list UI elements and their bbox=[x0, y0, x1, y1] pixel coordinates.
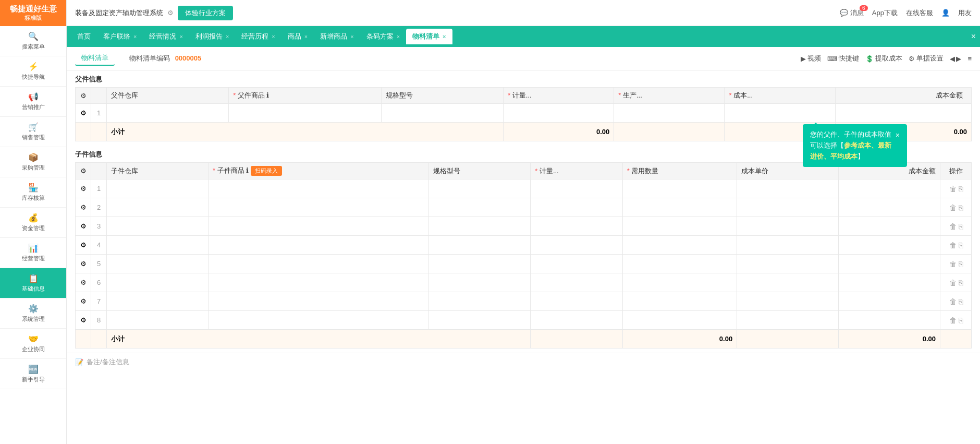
child-qty-cell[interactable] bbox=[622, 179, 737, 198]
delete-icon[interactable]: 🗑 bbox=[949, 222, 957, 231]
child-unitcost-cell[interactable] bbox=[737, 236, 839, 255]
prev-arrow[interactable]: ◀ bbox=[950, 55, 955, 63]
child-unit-cell[interactable] bbox=[531, 311, 623, 330]
sidebar-item-purchase[interactable]: 📦 采购管理 bbox=[0, 147, 66, 177]
sidebar-item-sales[interactable]: 🛒 销售管理 bbox=[0, 117, 66, 147]
child-row-settings[interactable]: ⚙ bbox=[76, 179, 91, 198]
child-warehouse-cell[interactable] bbox=[107, 292, 209, 311]
child-goods-cell[interactable] bbox=[208, 311, 428, 330]
row-settings[interactable]: ⚙ bbox=[76, 104, 91, 123]
tab-bom-close[interactable]: × bbox=[443, 33, 446, 40]
child-spec-cell[interactable] bbox=[429, 273, 531, 292]
sidebar-item-enterprise[interactable]: 🤝 企业协同 bbox=[0, 329, 66, 359]
child-row-settings[interactable]: ⚙ bbox=[76, 217, 91, 236]
parent-cost-cell[interactable] bbox=[725, 104, 835, 123]
delete-icon[interactable]: 🗑 bbox=[949, 279, 957, 287]
tab-new-goods[interactable]: 新增商品 × bbox=[314, 29, 360, 44]
close-all-tabs[interactable]: × bbox=[971, 32, 976, 41]
settings-icon[interactable]: ⚙ bbox=[167, 9, 174, 17]
child-warehouse-cell[interactable] bbox=[107, 217, 209, 236]
parent-warehouse-cell[interactable] bbox=[107, 104, 229, 123]
tab-customer-close[interactable]: × bbox=[133, 33, 137, 40]
child-amount-cell[interactable] bbox=[839, 255, 940, 273]
tab-customer[interactable]: 客户联络 × bbox=[97, 29, 143, 44]
child-unitcost-cell[interactable] bbox=[737, 179, 839, 198]
tab-barcode[interactable]: 条码方案 × bbox=[360, 29, 406, 44]
child-row-settings[interactable]: ⚙ bbox=[76, 198, 91, 217]
sidebar-item-guide[interactable]: 🆕 新手引导 bbox=[0, 359, 66, 389]
copy-icon[interactable]: ⎘ bbox=[959, 203, 963, 212]
sidebar-item-stock[interactable]: 🏪 库存核算 bbox=[0, 177, 66, 208]
video-btn[interactable]: ▶ 视频 bbox=[801, 54, 821, 63]
copy-icon[interactable]: ⎘ bbox=[959, 316, 963, 325]
sidebar-item-search[interactable]: 🔍 搜索菜单 bbox=[0, 26, 66, 56]
child-warehouse-cell[interactable] bbox=[107, 198, 209, 217]
child-spec-cell[interactable] bbox=[429, 292, 531, 311]
child-unit-cell[interactable] bbox=[531, 292, 623, 311]
copy-icon[interactable]: ⎘ bbox=[959, 241, 963, 249]
child-unitcost-cell[interactable] bbox=[737, 217, 839, 236]
copy-icon[interactable]: ⎘ bbox=[959, 279, 963, 287]
shortcut-btn[interactable]: ⌨ 快捷键 bbox=[827, 54, 859, 63]
child-spec-cell[interactable] bbox=[429, 255, 531, 273]
child-goods-cell[interactable] bbox=[208, 273, 428, 292]
child-amount-cell[interactable] bbox=[839, 236, 940, 255]
sidebar-item-quicknav[interactable]: ⚡ 快捷导航 bbox=[0, 56, 66, 87]
tab-profit-close[interactable]: × bbox=[226, 33, 229, 40]
sidebar-item-finance[interactable]: 💰 资金管理 bbox=[0, 208, 66, 238]
child-unit-cell[interactable] bbox=[531, 217, 623, 236]
child-spec-cell[interactable] bbox=[429, 217, 531, 236]
parent-goods-cell[interactable] bbox=[229, 104, 382, 123]
child-row-settings[interactable]: ⚙ bbox=[76, 273, 91, 292]
child-unit-cell[interactable] bbox=[531, 273, 623, 292]
sub-tab-bom[interactable]: 物料清单 bbox=[75, 51, 115, 66]
child-spec-cell[interactable] bbox=[429, 198, 531, 217]
child-amount-cell[interactable] bbox=[839, 292, 940, 311]
delete-icon[interactable]: 🗑 bbox=[949, 185, 957, 193]
child-warehouse-cell[interactable] bbox=[107, 236, 209, 255]
child-warehouse-cell[interactable] bbox=[107, 273, 209, 292]
child-spec-cell[interactable] bbox=[429, 311, 531, 330]
child-amount-cell[interactable] bbox=[839, 217, 940, 236]
tooltip-close-btn[interactable]: × bbox=[896, 129, 900, 141]
tab-bom[interactable]: 物料清单 × bbox=[406, 29, 452, 44]
child-row-settings[interactable]: ⚙ bbox=[76, 255, 91, 273]
child-amount-cell[interactable] bbox=[839, 179, 940, 198]
delete-icon[interactable]: 🗑 bbox=[949, 203, 957, 212]
expand-icon[interactable]: ≡ bbox=[967, 55, 972, 63]
tab-goods-close[interactable]: × bbox=[304, 33, 308, 40]
child-warehouse-cell[interactable] bbox=[107, 255, 209, 273]
next-arrow[interactable]: ▶ bbox=[956, 55, 961, 63]
child-unit-cell[interactable] bbox=[531, 179, 623, 198]
online-service-link[interactable]: 在线客服 bbox=[906, 8, 933, 18]
get-cost-btn[interactable]: 💲 提取成本 bbox=[865, 54, 902, 63]
tab-ops-status[interactable]: 经营情况 × bbox=[143, 29, 189, 44]
copy-icon[interactable]: ⎘ bbox=[959, 222, 963, 231]
copy-icon[interactable]: ⎘ bbox=[959, 260, 963, 268]
child-unitcost-cell[interactable] bbox=[737, 198, 839, 217]
child-qty-cell[interactable] bbox=[622, 292, 737, 311]
child-unit-cell[interactable] bbox=[531, 255, 623, 273]
child-unitcost-cell[interactable] bbox=[737, 311, 839, 330]
child-unit-cell[interactable] bbox=[531, 236, 623, 255]
tab-ops-close[interactable]: × bbox=[179, 33, 182, 40]
delete-icon[interactable]: 🗑 bbox=[949, 297, 957, 306]
child-unitcost-cell[interactable] bbox=[737, 255, 839, 273]
child-qty-cell[interactable] bbox=[622, 236, 737, 255]
sidebar-item-system[interactable]: ⚙️ 系统管理 bbox=[0, 298, 66, 329]
parent-produce-cell[interactable] bbox=[614, 104, 725, 123]
parent-spec-cell[interactable] bbox=[382, 104, 504, 123]
child-warehouse-cell[interactable] bbox=[107, 311, 209, 330]
child-warehouse-cell[interactable] bbox=[107, 179, 209, 198]
child-qty-cell[interactable] bbox=[622, 273, 737, 292]
child-qty-cell[interactable] bbox=[622, 217, 737, 236]
parent-amount-cell[interactable] bbox=[835, 104, 971, 123]
child-goods-cell[interactable] bbox=[208, 255, 428, 273]
child-spec-cell[interactable] bbox=[429, 179, 531, 198]
delete-icon[interactable]: 🗑 bbox=[949, 260, 957, 268]
sidebar-item-basic[interactable]: 📋 基础信息 bbox=[0, 268, 66, 298]
single-settings-btn[interactable]: ⚙ 单据设置 bbox=[909, 54, 944, 63]
child-unitcost-cell[interactable] bbox=[737, 292, 839, 311]
copy-icon[interactable]: ⎘ bbox=[959, 297, 963, 306]
child-qty-cell[interactable] bbox=[622, 311, 737, 330]
